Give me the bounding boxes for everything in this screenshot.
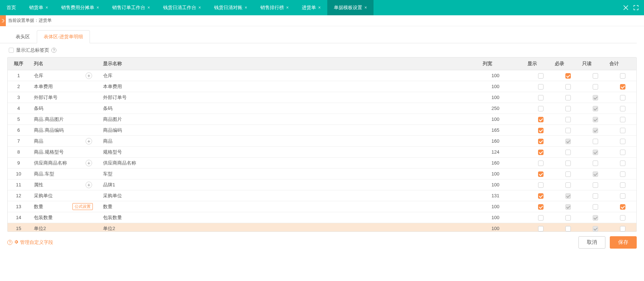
checkbox-sum[interactable]: [620, 84, 625, 90]
expand-sidebar-toggle[interactable]: [0, 15, 6, 26]
checkbox-show[interactable]: [538, 193, 544, 199]
table-row[interactable]: 12采购单位采购单位131: [8, 190, 636, 201]
top-tab[interactable]: 销售订单工作台×: [106, 0, 157, 15]
cancel-button[interactable]: 取消: [578, 236, 605, 249]
checkbox-show[interactable]: [538, 226, 544, 231]
checkbox-sum[interactable]: [620, 215, 625, 221]
cell-width[interactable]: 100: [487, 71, 527, 80]
cell-width[interactable]: 100: [487, 180, 527, 189]
checkbox-show[interactable]: [538, 73, 544, 79]
close-icon[interactable]: ×: [286, 5, 289, 10]
checkbox-sum[interactable]: [620, 161, 625, 166]
top-tab[interactable]: 销货单×: [23, 0, 55, 15]
checkbox-sum[interactable]: [620, 226, 625, 231]
help-icon[interactable]: ?: [7, 240, 12, 245]
top-tab[interactable]: 钱货日清工作台×: [157, 0, 208, 15]
cell-width[interactable]: 165: [487, 126, 527, 135]
checkbox-ro[interactable]: [593, 182, 598, 188]
checkbox-show[interactable]: [538, 106, 544, 111]
checkbox-ro[interactable]: [593, 161, 598, 166]
checkbox-req[interactable]: [565, 161, 571, 166]
cell-width[interactable]: 100: [487, 115, 527, 124]
checkbox-req[interactable]: [565, 215, 571, 221]
cell-display-name[interactable]: 单位2: [99, 223, 487, 232]
checkbox-sum[interactable]: [620, 182, 625, 188]
checkbox-show[interactable]: [538, 204, 544, 210]
add-icon[interactable]: +: [86, 72, 92, 79]
cell-display-name[interactable]: 仓库: [99, 71, 487, 81]
checkbox-req[interactable]: [565, 128, 571, 133]
checkbox-req[interactable]: [565, 171, 571, 177]
table-row[interactable]: 10商品.车型车型100: [8, 169, 636, 179]
checkbox-ro[interactable]: [593, 84, 598, 90]
checkbox-ro[interactable]: [593, 204, 598, 210]
cell-display-name[interactable]: 条码: [99, 103, 487, 114]
fullscreen-icon[interactable]: [631, 0, 641, 15]
checkbox-show[interactable]: [538, 84, 544, 90]
checkbox-show[interactable]: [538, 139, 544, 144]
checkbox-req[interactable]: [565, 226, 571, 231]
checkbox-req[interactable]: [565, 117, 571, 122]
cell-display-name[interactable]: 商品: [99, 136, 487, 146]
checkbox-req[interactable]: [565, 106, 571, 111]
table-body-scroll[interactable]: 1仓库+仓库1002本单费用本单费用1003外部订单号外部订单号1004条码条码…: [8, 70, 636, 231]
show-summary-tab-checkbox[interactable]: [9, 48, 14, 53]
checkbox-req[interactable]: [565, 182, 571, 188]
table-row[interactable]: 7商品+商品160: [8, 136, 636, 147]
cell-display-name[interactable]: 品牌1: [99, 180, 487, 190]
table-row[interactable]: 13数量公式设置数量100: [8, 201, 636, 212]
top-tab[interactable]: 销售排行榜×: [254, 0, 295, 15]
checkbox-sum[interactable]: [620, 128, 625, 133]
cell-display-name[interactable]: 包装数量: [99, 213, 487, 223]
checkbox-show[interactable]: [538, 182, 544, 188]
checkbox-sum[interactable]: [620, 106, 625, 111]
table-row[interactable]: 3外部订单号外部订单号100: [8, 92, 636, 103]
checkbox-req[interactable]: [565, 73, 571, 79]
checkbox-ro[interactable]: [593, 73, 598, 79]
cell-width[interactable]: 100: [487, 169, 527, 178]
table-row[interactable]: 6商品.商品编码商品编码165: [8, 125, 636, 136]
table-row[interactable]: 9供应商商品名称+供应商商品名称160: [8, 158, 636, 169]
top-tab[interactable]: 钱货日清对账×: [208, 0, 254, 15]
checkbox-req[interactable]: [565, 95, 571, 100]
help-icon[interactable]: ?: [51, 48, 56, 53]
close-icon[interactable]: ×: [147, 5, 150, 10]
checkbox-sum[interactable]: [620, 139, 625, 144]
table-row[interactable]: 14包装数量包装数量100: [8, 212, 636, 223]
checkbox-show[interactable]: [538, 95, 544, 100]
cell-width[interactable]: 100: [487, 224, 527, 231]
close-icon[interactable]: ×: [198, 5, 201, 10]
cell-width[interactable]: 100: [487, 202, 527, 211]
cell-width[interactable]: 124: [487, 147, 527, 157]
checkbox-sum[interactable]: [620, 95, 625, 100]
checkbox-show[interactable]: [538, 171, 544, 177]
checkbox-req[interactable]: [565, 150, 571, 155]
cell-width[interactable]: 160: [487, 136, 527, 146]
table-row[interactable]: 11属性+品牌1100: [8, 179, 636, 190]
checkbox-show[interactable]: [538, 128, 544, 133]
cell-width[interactable]: 131: [487, 191, 527, 200]
top-tab[interactable]: 首页: [0, 0, 23, 15]
checkbox-ro[interactable]: [593, 139, 598, 144]
manage-custom-fields-link[interactable]: 管理自定义字段: [20, 239, 53, 246]
cell-width[interactable]: 160: [487, 158, 527, 167]
cell-display-name[interactable]: 车型: [99, 169, 487, 179]
save-button[interactable]: 保存: [610, 236, 637, 249]
table-row[interactable]: 15单位2单位2100: [8, 223, 636, 231]
cell-width[interactable]: 100: [487, 93, 527, 102]
checkbox-ro[interactable]: [593, 193, 598, 199]
close-icon[interactable]: ×: [364, 5, 367, 10]
checkbox-req[interactable]: [565, 84, 571, 90]
checkbox-show[interactable]: [538, 215, 544, 221]
add-icon[interactable]: +: [86, 160, 92, 166]
checkbox-show[interactable]: [538, 150, 544, 155]
cell-width[interactable]: 100: [487, 213, 527, 222]
formula-setting-button[interactable]: 公式设置: [72, 203, 93, 210]
cell-width[interactable]: 250: [487, 104, 527, 113]
add-icon[interactable]: +: [86, 182, 92, 188]
sub-tab[interactable]: 表头区: [9, 30, 37, 43]
checkbox-sum[interactable]: [620, 73, 625, 79]
close-icon[interactable]: ×: [318, 5, 321, 10]
top-tab[interactable]: 进货单×: [295, 0, 327, 15]
close-icon[interactable]: ×: [46, 5, 48, 10]
